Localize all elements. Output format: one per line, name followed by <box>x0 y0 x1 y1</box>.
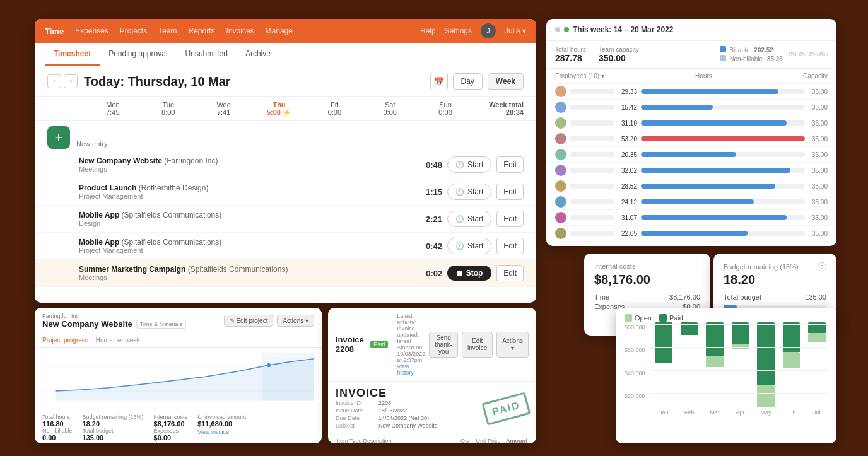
col-type: Item Type <box>337 436 362 443</box>
project-tabs: Project progress Hours per week <box>35 334 322 348</box>
entry-1-edit-btn[interactable]: Edit <box>496 156 524 173</box>
view-controls: 📅 Day Week <box>430 73 524 90</box>
screenshot-container: Time Expenses Projects Team Reports Invo… <box>0 0 868 456</box>
emp-hours-6: 32.02 <box>618 167 637 174</box>
entry-2-start-btn[interactable]: 🕐 Start <box>447 184 491 200</box>
view-invoice-link[interactable]: View invoice <box>197 429 246 435</box>
entry-5-stop-btn[interactable]: ⏹ Stop <box>447 266 491 281</box>
emp-name-1 <box>570 89 614 94</box>
entry-4: Mobile App (Spitalfields Communications)… <box>35 233 536 260</box>
costs-amount: $8,176.00 <box>594 272 700 287</box>
tab-archive[interactable]: Archive <box>237 43 279 66</box>
week-stats: Total hours 287.78 Team capacity 350.00 … <box>546 41 836 69</box>
emp-cap-7: 35.00 <box>809 183 828 190</box>
project-name: New Company Website <box>42 319 132 329</box>
entry-3-edit-btn[interactable]: Edit <box>496 211 524 227</box>
entry-5-type: Meetings <box>79 274 415 281</box>
nav-expenses[interactable]: Expenses <box>75 26 108 35</box>
edit-invoice-btn[interactable]: Edit invoice <box>462 332 493 358</box>
avatar[interactable]: J <box>481 23 496 38</box>
project-panel: Farringdon Inc New Company Website Time … <box>35 308 322 443</box>
budget-label: Budget remaining (13%) <box>724 263 799 271</box>
nav-reports[interactable]: Reports <box>189 26 215 35</box>
open-legend-box <box>625 314 632 322</box>
nonbillable-legend-box <box>720 55 726 61</box>
chart-legend: Open Paid <box>616 308 836 324</box>
day-sun: Sun 0:00 <box>418 101 473 117</box>
entry-4-time: 0:42 <box>420 242 442 251</box>
costs-time-row: Time $8,176.00 <box>594 293 700 301</box>
day-view-btn[interactable]: Day <box>453 73 483 90</box>
invoice-panel: Invoice 2208 Paid Latest activity: Invoi… <box>328 308 536 443</box>
tab-hours[interactable]: Hours per week <box>96 337 140 344</box>
billable-val: 202.52 <box>754 47 773 54</box>
entry-2-time: 1:15 <box>420 187 442 197</box>
project-actions-btn[interactable]: Actions ▾ <box>277 315 314 327</box>
new-entry-button[interactable]: + <box>47 126 70 149</box>
entry-1-time: 0:48 <box>420 160 442 170</box>
nav-projects[interactable]: Projects <box>120 26 147 35</box>
calendar-icon[interactable]: 📅 <box>430 73 448 90</box>
chart-area: $80,000 $60,000 $40,000 $20,000 Jan F <box>616 324 836 428</box>
col-desc: Description <box>363 436 459 443</box>
nav-invoices[interactable]: Invoices <box>226 26 254 35</box>
week-view-btn[interactable]: Week <box>488 73 524 90</box>
entry-1-project: New Company Website (Farringdon Inc) <box>79 156 415 165</box>
emp-name-10 <box>570 231 614 236</box>
emp-cap-6: 35.00 <box>809 167 828 174</box>
emp-avatar-6 <box>555 165 566 176</box>
entry-4-edit-btn[interactable]: Edit <box>496 238 524 254</box>
grid-lines <box>650 324 828 416</box>
employee-row-1: 29.33 35.00 <box>546 84 836 100</box>
invoice-body: INVOICE Invoice ID 2208 Issue Date 15/03… <box>328 382 536 435</box>
budget-question-icon[interactable]: ? <box>818 262 826 271</box>
day-thu: Thu 5:08 ⚡ <box>252 101 307 117</box>
project-actions: ✎ Edit project Actions ▾ <box>224 315 314 327</box>
capacity-val: 350.00 <box>599 53 639 63</box>
nav-settings[interactable]: Settings <box>445 26 472 35</box>
nav-help[interactable]: Help <box>420 26 436 35</box>
entry-3-start-btn[interactable]: 🕐 Start <box>447 211 491 227</box>
entry-4-type: Project Management <box>79 247 415 254</box>
project-header: Farringdon Inc New Company Website Time … <box>35 308 322 334</box>
emp-cap-4: 35.00 <box>809 136 828 143</box>
emp-name-8 <box>570 199 614 204</box>
tab-timesheet[interactable]: Timesheet <box>45 43 100 66</box>
date-nav: ‹ › <box>47 74 78 88</box>
nav-user[interactable]: Julia ▾ <box>505 26 526 35</box>
invoice-stamp: PAID <box>482 392 531 425</box>
bar-header: Employees (10) ▾ Hours Capacity <box>546 69 836 84</box>
field-subject: Subject New Company Website <box>336 423 476 429</box>
emp-cap-8: 35.00 <box>809 199 828 206</box>
emp-bar-10 <box>641 231 805 236</box>
invoice-left: INVOICE Invoice ID 2208 Issue Date 15/03… <box>336 387 476 430</box>
employees-label[interactable]: Employees (10) ▾ <box>555 73 604 79</box>
entry-5-time: 0:02 <box>420 269 442 278</box>
invoice-actions-btn[interactable]: Actions ▾ <box>496 332 529 358</box>
day-sat: Sat 0:00 <box>362 101 418 117</box>
nav-time[interactable]: Time <box>45 26 64 36</box>
invoice-activity: Latest activity: Invoice updated. Israel… <box>397 313 425 376</box>
tab-progress[interactable]: Project progress <box>42 337 88 344</box>
next-arrow[interactable]: › <box>64 74 78 88</box>
day-tue: Tue 8:00 <box>141 101 196 117</box>
entry-1-start-btn[interactable]: 🕐 Start <box>447 156 491 173</box>
emp-bar-2 <box>641 105 805 110</box>
tab-unsubmitted[interactable]: Unsubmitted <box>177 43 237 66</box>
prev-arrow[interactable]: ‹ <box>47 74 61 88</box>
entry-5-info: Summer Marketing Campaign (Spitalfields … <box>79 265 415 281</box>
nav-manage[interactable]: Manage <box>266 26 293 35</box>
send-thankyou-btn[interactable]: Send thank-you <box>429 332 458 358</box>
view-history-link[interactable]: View history <box>397 363 414 376</box>
edit-project-btn[interactable]: ✎ Edit project <box>224 315 274 327</box>
tab-pending[interactable]: Pending approval <box>100 43 176 66</box>
entry-2-edit-btn[interactable]: Edit <box>496 184 524 200</box>
navbar: Time Expenses Projects Team Reports Invo… <box>35 19 536 43</box>
entry-4-start-btn[interactable]: 🕐 Start <box>447 238 491 254</box>
entry-4-project: Mobile App (Spitalfields Communications) <box>79 238 415 247</box>
nav-team[interactable]: Team <box>158 26 177 35</box>
emp-bar-3 <box>641 120 805 126</box>
entry-5-edit-btn[interactable]: Edit <box>496 265 524 281</box>
emp-avatar-3 <box>555 117 566 129</box>
emp-bar-7 <box>641 184 805 189</box>
